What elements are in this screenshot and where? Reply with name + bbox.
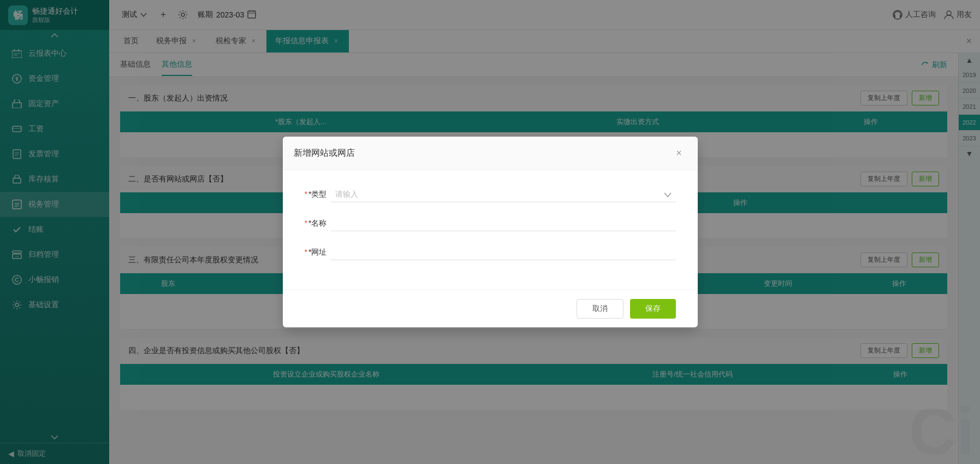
modal-close-button[interactable]: × [672,145,687,161]
add-website-modal: 新增网站或网店 × **类型 **名称 [283,137,698,327]
cancel-button[interactable]: 取消 [577,299,623,319]
type-label: **类型 [305,190,327,199]
name-label: **名称 [305,219,327,228]
modal-overlay[interactable]: 新增网站或网店 × **类型 **名称 [0,0,980,464]
modal-header: 新增网站或网店 × [283,137,698,170]
modal-body: **类型 **名称 [283,170,698,290]
form-row-type: **类型 [305,186,676,202]
url-input[interactable] [331,244,675,260]
modal-footer: 取消 保存 [283,290,698,327]
save-button[interactable]: 保存 [630,299,676,319]
modal-title: 新增网站或网店 [294,148,355,159]
name-input-wrap [331,215,675,231]
type-input[interactable] [331,186,675,202]
form-row-name: **名称 [305,215,676,231]
form-row-url: **网址 [305,244,676,260]
name-input[interactable] [331,215,675,231]
url-label: **网址 [305,248,327,257]
url-input-wrap [331,244,675,260]
type-select-wrap [331,186,675,202]
